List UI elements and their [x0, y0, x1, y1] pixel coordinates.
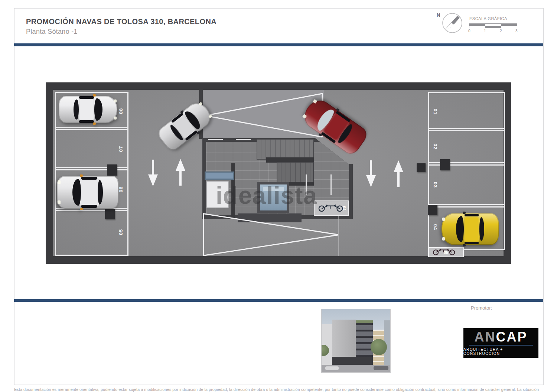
pillar — [440, 159, 450, 170]
stall-number: 05 — [444, 250, 448, 255]
door-opening — [236, 139, 251, 140]
stall-number: 05 — [118, 229, 123, 235]
door-opening — [208, 139, 223, 140]
page-title: PROMOCIÓN NAVAS DE TOLOSA 310, BARCELONA — [26, 17, 216, 26]
logo-subtitle: ARQUITECTURA + CONSTRUCCION — [463, 347, 538, 356]
moto-stall: 05 — [428, 247, 464, 257]
titleblock-divider — [460, 303, 460, 376]
scale-bar: ESCALA GRÁFICA 0 1 2 3 — [469, 16, 518, 33]
stairs-upper-flight — [257, 139, 314, 160]
pillar — [428, 205, 437, 215]
door-opening — [330, 174, 332, 195]
building-render — [321, 309, 391, 373]
north-arrow-icon — [442, 13, 463, 33]
stall-number: 04 — [433, 224, 438, 230]
arrow-down-icon — [366, 160, 376, 187]
promoter-logo: ANCAP ARQUITECTURA + CONSTRUCCION — [463, 328, 538, 358]
white-suv — [57, 176, 118, 209]
scale-tick: 1 — [484, 29, 486, 33]
stall-number: 02 — [433, 144, 438, 150]
stall-number: 06 — [118, 186, 123, 192]
arrow-down-icon — [148, 160, 158, 186]
stall-number: 07 — [118, 146, 123, 151]
scale-tick: 2 — [500, 29, 502, 33]
bike-stall: 04 — [314, 200, 349, 216]
scale-tick: 3 — [515, 29, 518, 33]
arrow-up-icon — [394, 160, 403, 187]
pillar — [105, 209, 115, 219]
scale-ticks: 0 1 2 3 — [469, 29, 518, 33]
logo-wordmark-white: CAP — [496, 329, 527, 344]
stall-number: 04 — [342, 206, 346, 210]
logo-rule — [469, 345, 533, 346]
scale-tick: 0 — [468, 29, 470, 33]
yellow-car — [442, 213, 499, 245]
scale-bar-graphic — [469, 24, 517, 28]
floor-plan: 08 07 06 05 01 02 03 04 05 — [46, 82, 511, 264]
logo-wordmark-gray: AN — [474, 329, 496, 344]
pillar — [107, 164, 117, 176]
header-rule — [14, 43, 543, 46]
scale-label: ESCALA GRÁFICA — [469, 16, 518, 21]
pillar — [417, 163, 426, 172]
white-car — [59, 96, 117, 123]
bicycle-icon — [316, 204, 346, 212]
watermark: idealista — [216, 181, 317, 209]
parking-stall-05: 05 — [55, 208, 128, 256]
core-lower-wall — [238, 213, 302, 222]
promoter-label: Promotor: — [471, 305, 492, 311]
stall-number: 01 — [433, 108, 438, 114]
parking-stall-01: 01 — [428, 92, 505, 131]
north-label: N — [437, 12, 440, 18]
arrow-up-icon — [176, 159, 185, 186]
logo-wordmark: ANCAP — [474, 330, 527, 344]
plan-sheet: PROMOCIÓN NAVAS DE TOLOSA 310, BARCELONA… — [0, 0, 557, 392]
stall-number: 03 — [433, 182, 438, 188]
parking-stall-07: 07 — [55, 127, 128, 170]
stairs-lower-flight — [277, 162, 314, 183]
disclaimer-text: Esta documentación es meramente orientat… — [14, 387, 544, 392]
installation-pipes — [205, 172, 234, 180]
stall-number: 08 — [118, 108, 123, 114]
footer-rule — [14, 299, 543, 302]
page-subtitle: Planta Sótano -1 — [26, 28, 78, 36]
